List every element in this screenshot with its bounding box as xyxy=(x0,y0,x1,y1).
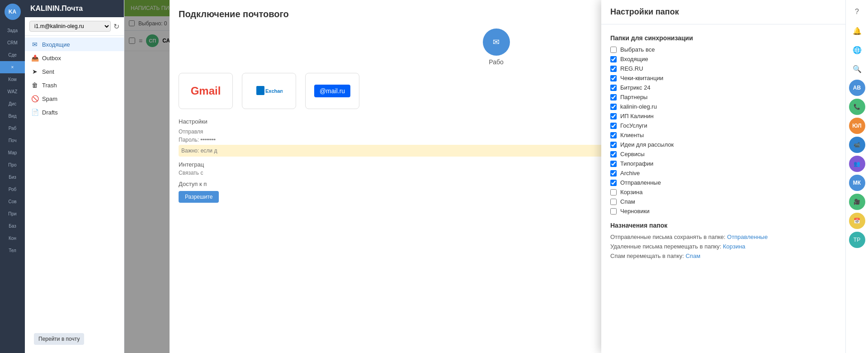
checkbox-clients-input[interactable] xyxy=(610,132,617,138)
search-icon[interactable]: 🔍 xyxy=(849,61,865,77)
checkbox-ip-kalinin-input[interactable] xyxy=(610,113,617,119)
spam-assignment-link[interactable]: Спам xyxy=(685,253,700,259)
gmail-logo: Gmail xyxy=(191,85,221,97)
folder-spam-label: Spam xyxy=(42,95,57,102)
checkbox-clients[interactable]: Клиенты xyxy=(610,132,836,138)
checkbox-drafts-input[interactable] xyxy=(610,208,617,215)
nav-item-sde[interactable]: Сде xyxy=(0,49,25,61)
nav-item-rob[interactable]: Роб xyxy=(0,183,25,196)
checkbox-inbox[interactable]: Входящие xyxy=(610,56,836,62)
video-call-icon[interactable]: 🎥 xyxy=(849,194,865,210)
help-icon[interactable]: ? xyxy=(849,4,865,20)
nav-item-biz[interactable]: Биз xyxy=(0,171,25,183)
assignments-title: Назначения папок xyxy=(610,222,836,229)
nav-item-kom[interactable]: Ком xyxy=(0,73,25,86)
checkbox-bitrix-input[interactable] xyxy=(610,85,617,91)
phone-icon[interactable]: 📞 xyxy=(849,99,865,115)
folder-drafts[interactable]: 📄 Drafts xyxy=(25,105,124,119)
checkbox-checks-input[interactable] xyxy=(610,75,617,81)
provider-mailru[interactable]: @mail.ru xyxy=(305,73,359,109)
calendar-icon[interactable]: 📅 xyxy=(849,213,865,229)
inbox-icon: ✉ xyxy=(31,41,38,48)
checkbox-spam-label: Спам xyxy=(620,198,635,205)
folder-sent[interactable]: ➤ Sent xyxy=(25,65,124,78)
checkbox-typography[interactable]: Типографии xyxy=(610,160,836,167)
nav-item-vid[interactable]: Вид xyxy=(0,110,25,122)
checkbox-inbox-label: Входящие xyxy=(620,56,648,62)
nav-item-kon[interactable]: Кон xyxy=(0,232,25,244)
nav-item-pri[interactable]: При xyxy=(0,208,25,220)
checkbox-ip-kalinin[interactable]: ИП Калинин xyxy=(610,113,836,119)
checkbox-spam-input[interactable] xyxy=(610,199,617,205)
nav-item-baz[interactable]: Баз xyxy=(0,220,25,232)
nav-item-mar[interactable]: Мар xyxy=(0,147,25,159)
checkbox-typography-input[interactable] xyxy=(610,161,617,167)
checkbox-ideas-input[interactable] xyxy=(610,142,617,148)
bell-icon[interactable]: 🔔 xyxy=(849,23,865,39)
go-to-mail-button[interactable]: Перейти в почту xyxy=(34,333,84,345)
checkbox-partners[interactable]: Партнеры xyxy=(610,94,836,100)
folder-spam[interactable]: 🚫 Spam xyxy=(25,92,124,105)
checkbox-gosuslugi-input[interactable] xyxy=(610,123,617,129)
checkbox-sent-input[interactable] xyxy=(610,180,617,186)
deleted-assignment-row: Удаленные письма перемещать в папку: Кор… xyxy=(610,243,836,250)
nav-item-waz[interactable]: WAZ xyxy=(0,86,25,98)
sent-icon: ➤ xyxy=(31,68,38,75)
user-avatar-3[interactable]: МК xyxy=(849,175,865,191)
folder-trash[interactable]: 🗑 Trash xyxy=(25,78,124,92)
user-avatar-4[interactable]: ТР xyxy=(849,232,865,248)
nav-item-poch[interactable]: Поч xyxy=(0,134,25,147)
folder-inbox[interactable]: ✉ Входящие xyxy=(25,38,124,51)
checkbox-drafts-folder[interactable]: Черновики xyxy=(610,208,836,215)
user-avatar-2[interactable]: ЮЛ xyxy=(849,118,865,134)
checkbox-korzina[interactable]: Корзина xyxy=(610,189,836,196)
deleted-assignment-link[interactable]: Корзина xyxy=(723,243,745,250)
sent-assignment-link[interactable]: Отправленные xyxy=(727,234,768,240)
checkbox-checks[interactable]: Чеки-квитанции xyxy=(610,75,836,81)
checkbox-kalinin-oleg-input[interactable] xyxy=(610,104,617,110)
nav-item-zada[interactable]: Зада xyxy=(0,24,25,37)
nav-item-sov[interactable]: Сов xyxy=(0,196,25,208)
nav-item-pro[interactable]: Про xyxy=(0,159,25,171)
nav-item-dis[interactable]: Дис xyxy=(0,98,25,110)
checkbox-ideas[interactable]: Идеи для рассылок xyxy=(610,141,836,148)
checkbox-select-all[interactable]: Выбрать все xyxy=(610,46,836,53)
nav-item-mail[interactable]: × xyxy=(0,61,25,73)
checkbox-select-all-input[interactable] xyxy=(610,47,617,53)
checkbox-services-input[interactable] xyxy=(610,151,617,157)
video-icon[interactable]: 📹 xyxy=(849,137,865,153)
user-avatar-1[interactable]: АВ xyxy=(849,80,865,96)
sent-assignment-row: Отправленные письма сохранять в папке: О… xyxy=(610,234,836,240)
checkbox-partners-input[interactable] xyxy=(610,94,617,100)
checkbox-drafts-label: Черновики xyxy=(620,208,650,215)
checkbox-kalinin-oleg[interactable]: kalinin-oleg.ru xyxy=(610,103,836,110)
provider-gmail[interactable]: Gmail xyxy=(179,73,233,109)
checkbox-kalinin-oleg-label: kalinin-oleg.ru xyxy=(620,103,657,110)
checkbox-bitrix[interactable]: Битрикс 24 xyxy=(610,84,836,91)
nav-item-tel[interactable]: Тел xyxy=(0,244,25,257)
svg-rect-0 xyxy=(256,86,264,95)
checkbox-korzina-input[interactable] xyxy=(610,189,617,196)
password-value: •••••••• xyxy=(200,137,216,143)
nav-item-rab[interactable]: Раб xyxy=(0,122,25,134)
folder-outbox[interactable]: 📤 Outbox xyxy=(25,51,124,65)
team-icon[interactable]: 👥 xyxy=(849,156,865,172)
checkbox-korzina-label: Корзина xyxy=(620,189,643,196)
spam-assignment-label: Спам перемещать в папку: xyxy=(610,253,684,259)
trash-icon: 🗑 xyxy=(31,81,38,89)
email-account-select[interactable]: i1.m@kalinin-oleg.ru xyxy=(29,21,111,32)
checkbox-archive[interactable]: Archive xyxy=(610,170,836,176)
nav-item-crm[interactable]: CRM xyxy=(0,37,25,49)
allow-button[interactable]: Разрешите xyxy=(179,191,219,203)
checkbox-reg-ru-input[interactable] xyxy=(610,66,617,72)
provider-exchange[interactable]: Exchange xyxy=(242,73,296,109)
checkbox-archive-input[interactable] xyxy=(610,170,617,176)
checkbox-spam-folder[interactable]: Спам xyxy=(610,198,836,205)
refresh-icon[interactable]: ↻ xyxy=(113,22,119,31)
checkbox-inbox-input[interactable] xyxy=(610,56,617,62)
checkbox-gosuslugi[interactable]: ГосУслуги xyxy=(610,122,836,129)
checkbox-sent[interactable]: Отправленные xyxy=(610,179,836,186)
checkbox-services[interactable]: Сервисы xyxy=(610,151,836,157)
globe-icon[interactable]: 🌐 xyxy=(849,42,865,58)
checkbox-reg-ru[interactable]: REG.RU xyxy=(610,65,836,72)
